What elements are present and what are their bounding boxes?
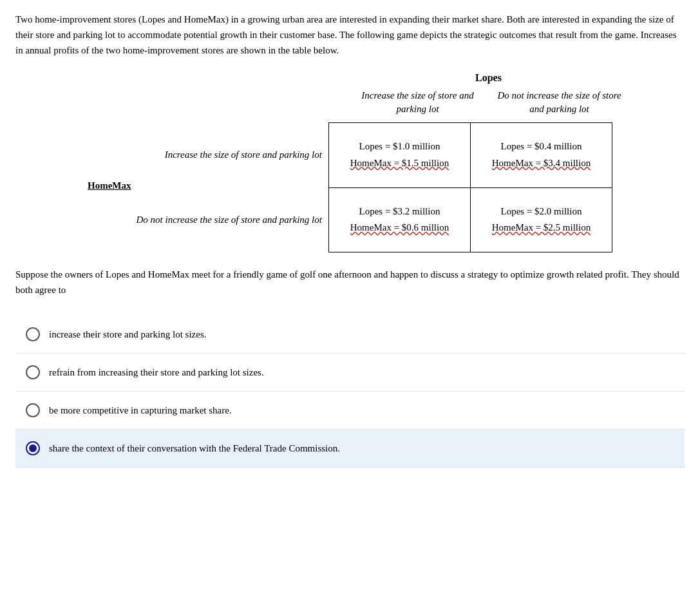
option-row-3[interactable]: be more competitive in capturing market … [15, 392, 685, 430]
radio-option-3[interactable] [26, 403, 40, 417]
game-table-wrapper: Lopes Increase the size of store and par… [15, 72, 685, 252]
homemax-row1-header: Increase the size of store and parking l… [137, 122, 328, 187]
data-area: HomeMax Increase the size of store and p… [88, 122, 612, 252]
row-headers: Increase the size of store and parking l… [137, 122, 328, 252]
cell-21-lopes: Lopes = $3.2 million [337, 204, 462, 220]
lopes-col2-header: Do not increase the size of store and pa… [489, 86, 630, 119]
homemax-row2-header: Do not increase the size of store and pa… [137, 187, 328, 252]
option-row-1[interactable]: increase their store and parking lot siz… [15, 316, 685, 354]
cell-22-lopes: Lopes = $2.0 million [478, 204, 604, 220]
option-label-2: refrain from increasing their store and … [49, 366, 264, 379]
intro-paragraph: Two home-improvement stores (Lopes and H… [15, 12, 685, 58]
option-label-1: increase their store and parking lot siz… [49, 328, 207, 341]
cell-11: Lopes = $1.0 million HomeMax = $1.5 mill… [328, 123, 470, 188]
cell-21-homemax: HomeMax = $0.6 million [337, 220, 462, 236]
radio-option-4[interactable] [26, 441, 40, 455]
homemax-brand-area: HomeMax [88, 180, 131, 195]
homemax-brand: HomeMax [88, 180, 131, 191]
cell-12-homemax: HomeMax = $3.4 million [478, 155, 604, 172]
question-text: Suppose the owners of Lopes and HomeMax … [15, 267, 685, 298]
cell-12: Lopes = $0.4 million HomeMax = $3.4 mill… [470, 123, 612, 188]
cell-11-homemax: HomeMax = $1.5 million [337, 155, 462, 172]
cell-12-lopes: Lopes = $0.4 million [478, 138, 604, 155]
option-row-4[interactable]: share the context of their conversation … [15, 430, 685, 468]
cell-22-homemax: HomeMax = $2.5 million [478, 220, 604, 236]
payoff-grid: Lopes = $1.0 million HomeMax = $1.5 mill… [328, 122, 612, 252]
cell-11-lopes: Lopes = $1.0 million [337, 138, 462, 155]
radio-option-1[interactable] [26, 327, 40, 341]
radio-option-2[interactable] [26, 365, 40, 379]
options-area: increase their store and parking lot siz… [15, 316, 685, 468]
option-row-2[interactable]: refrain from increasing their store and … [15, 354, 685, 392]
option-label-4: share the context of their conversation … [49, 442, 340, 455]
cell-22: Lopes = $2.0 million HomeMax = $2.5 mill… [470, 187, 612, 252]
cell-21: Lopes = $3.2 million HomeMax = $0.6 mill… [328, 187, 470, 252]
option-label-3: be more competitive in capturing market … [49, 404, 232, 417]
lopes-main-header: Lopes [475, 72, 502, 84]
homemax-left-area: HomeMax Increase the size of store and p… [88, 122, 328, 252]
lopes-col1-header: Increase the size of store and parking l… [347, 86, 489, 119]
